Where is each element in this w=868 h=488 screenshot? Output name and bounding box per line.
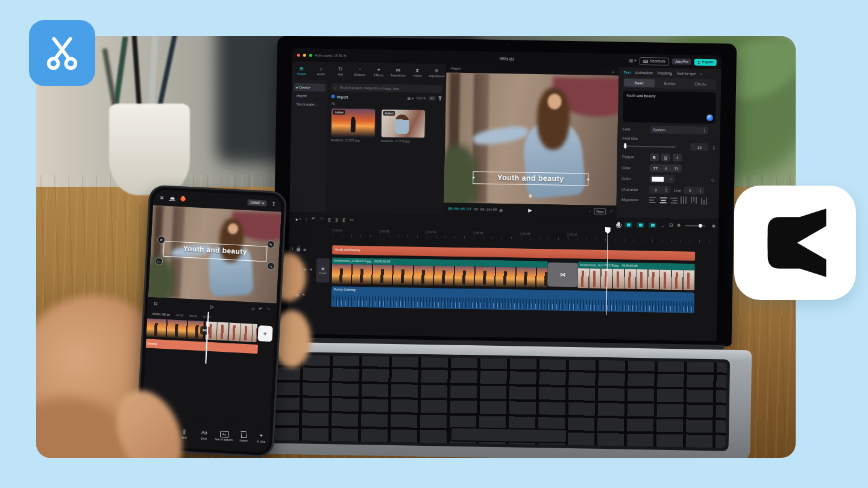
filter-all-chip[interactable]: All: [428, 96, 435, 101]
export-share-icon[interactable]: ↥: [271, 201, 275, 206]
import-source-label[interactable]: Import: [337, 95, 348, 99]
lowercase-button[interactable]: tt: [661, 166, 671, 170]
toolbar-ai[interactable]: ✦ AI Cha: [254, 433, 268, 443]
stepper-icon[interactable]: ▲▼: [697, 188, 702, 193]
undo-button[interactable]: ↶: [312, 217, 315, 222]
line-spacing-input[interactable]: 0 ▲▼: [684, 186, 704, 195]
keyframe-marker-icon[interactable]: [624, 222, 632, 227]
media-thumbnail-2[interactable]: Added shutterst...27276.jpg: [380, 109, 426, 143]
select-tool[interactable]: ▲▾: [294, 217, 301, 221]
shortcuts-button[interactable]: ⌨Shortcuts: [640, 57, 669, 66]
italic-button[interactable]: I: [673, 154, 682, 161]
align-vertical-top-icon[interactable]: [681, 196, 687, 204]
stepper-icon[interactable]: ▲▼: [711, 145, 715, 150]
video-clip-1[interactable]: shutterstock_221661272.jpg 00:00:05:00: [332, 257, 548, 287]
edit-text-handle[interactable]: ✎: [266, 240, 275, 249]
align-vertical-center-icon[interactable]: [691, 197, 697, 205]
rotate-handle[interactable]: ⊗: [528, 193, 532, 199]
keyframe-marker-icon[interactable]: [637, 222, 644, 227]
join-pro-button[interactable]: Join Pro: [672, 58, 691, 65]
align-center-icon[interactable]: [659, 197, 667, 204]
filter-icon[interactable]: [438, 96, 442, 101]
trending-flame-icon[interactable]: [179, 196, 186, 202]
player-viewport[interactable]: Youth and beauty ⊗: [444, 72, 619, 205]
redo-button[interactable]: ↷: [320, 217, 324, 222]
visibility-icon[interactable]: ◉: [303, 247, 306, 251]
tab-text-settings[interactable]: Text: [623, 70, 631, 75]
fullscreen-icon[interactable]: ⤢: [609, 210, 612, 214]
video-clip-2[interactable]: shutterstock_1511727278.jpg 00:00:05:30: [577, 261, 695, 290]
close-icon[interactable]: ✕: [159, 195, 164, 201]
split-tool[interactable]: ]|: [335, 217, 338, 222]
font-size-slider[interactable]: [622, 145, 675, 148]
mobile-timeline[interactable]: ⋈ + beauty: [145, 318, 275, 358]
play-button[interactable]: ▶: [528, 207, 532, 213]
tab-text-to-speech[interactable]: Text-to-spe: [676, 71, 696, 76]
lock-icon[interactable]: [297, 248, 300, 251]
mute-icon[interactable]: ◀: [302, 292, 304, 296]
tab-filters[interactable]: ⧗Filters: [407, 67, 427, 78]
ratio-button[interactable]: Ratio: [594, 208, 606, 214]
add-clip-button[interactable]: +: [257, 325, 272, 342]
toolbar-style[interactable]: Aa Style: [195, 430, 214, 441]
preview-axis-icon[interactable]: ⊡: [669, 223, 673, 228]
mobile-filmstrip-sunset[interactable]: [146, 318, 204, 339]
search-input[interactable]: [338, 85, 439, 92]
scale-text-handle[interactable]: ↘: [267, 262, 275, 271]
layout-icon[interactable]: ▤ ▾: [629, 58, 637, 63]
font-select[interactable]: System ▲▼: [650, 125, 708, 134]
play-button[interactable]: ▷: [210, 304, 214, 309]
undo-button[interactable]: ↶: [259, 307, 262, 311]
tab-text[interactable]: TIText: [330, 66, 350, 77]
bold-button[interactable]: B: [650, 153, 659, 161]
sidebar-item-import[interactable]: Import: [294, 92, 326, 100]
stepper-icon[interactable]: ▲▼: [702, 128, 706, 133]
transition-clip[interactable]: ⋈: [547, 262, 578, 287]
sidebar-item-stock[interactable]: Stock mate...: [294, 101, 325, 108]
align-right-icon[interactable]: [670, 197, 678, 204]
text-content-field[interactable]: Youth and beauty: [623, 91, 716, 124]
align-vertical-bottom-icon[interactable]: [701, 197, 708, 205]
split-right-tool[interactable]: |[: [342, 217, 345, 222]
media-search[interactable]: ⌕: [332, 83, 442, 93]
frame-grid-icon[interactable]: ▦: [499, 207, 503, 211]
selection-handle[interactable]: [587, 178, 589, 180]
sort-button[interactable]: Sort ⇅: [416, 96, 426, 100]
tutorial-icon[interactable]: [169, 196, 175, 201]
subtab-bubble[interactable]: Bubble: [655, 79, 685, 87]
fullscreen-icon[interactable]: ⊡: [154, 301, 157, 306]
toolbar-delete[interactable]: Delete: [234, 432, 254, 443]
character-spacing-input[interactable]: 0 ▲▼: [649, 186, 670, 194]
subtab-basic[interactable]: Basic: [624, 79, 655, 87]
keyframe-icon[interactable]: ◇: [251, 306, 254, 311]
tab-audio[interactable]: ♪Audio: [311, 66, 330, 77]
redo-button[interactable]: ↷: [266, 307, 270, 312]
mobile-filmstrip-woman[interactable]: [205, 322, 257, 342]
export-button[interactable]: ↥Export: [694, 58, 717, 66]
zoom-out-icon[interactable]: ⊖: [677, 223, 681, 228]
timeline-zoom-slider[interactable]: [685, 225, 705, 227]
record-voiceover-icon[interactable]: [617, 222, 620, 227]
tab-adjustment[interactable]: ≋Adjustment: [427, 68, 446, 78]
more-tabs-chevron[interactable]: »: [700, 72, 702, 76]
video-text-overlay[interactable]: Youth and beauty: [497, 174, 564, 183]
crop-tool[interactable]: ▭: [350, 217, 354, 222]
tab-transitions[interactable]: ⋈Transitions: [388, 67, 407, 78]
diamond-keyframe-icon[interactable]: ◇: [711, 178, 715, 183]
media-thumbnail-1[interactable]: Added shutterst...61272.jpg: [330, 108, 376, 142]
align-left-icon[interactable]: [649, 196, 657, 203]
tab-animation[interactable]: Animation: [635, 70, 652, 75]
stepper-icon[interactable]: ▲▼: [663, 187, 667, 192]
cover-button[interactable]: ▣ Cover: [316, 258, 330, 283]
tab-import[interactable]: ⊞Import: [292, 66, 311, 76]
toolbar-text-to-speech[interactable]: Text to speech: [215, 431, 234, 442]
mobile-preview[interactable]: Youth and beauty ✕ ✎ ▢ ↘: [148, 205, 281, 304]
color-swatch-select[interactable]: ▼: [649, 175, 675, 183]
tab-stickers[interactable]: ◔Stickers: [350, 67, 369, 77]
fit-timeline-icon[interactable]: ↔: [661, 223, 665, 227]
tab-effects[interactable]: ✦Effects: [369, 67, 388, 77]
ai-orb-icon[interactable]: [706, 114, 713, 121]
uppercase-button[interactable]: TT: [650, 166, 662, 170]
subtab-effects[interactable]: Effects: [685, 80, 715, 88]
titlecase-button[interactable]: Tt: [671, 166, 682, 170]
